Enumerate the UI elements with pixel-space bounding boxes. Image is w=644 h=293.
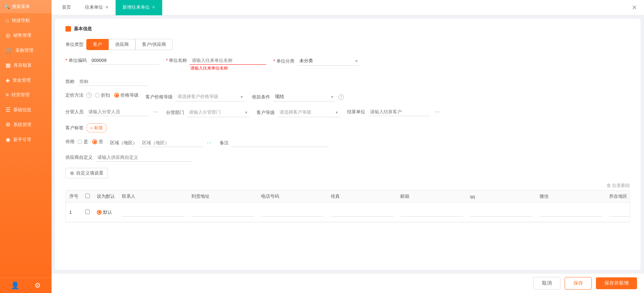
disable-no-radio[interactable]: 否 [92,139,103,145]
sidebar-item-basic[interactable]: ☰ 基础信息 [0,102,52,117]
col-default: 设为默认 [93,190,118,203]
default-radio[interactable]: 默认 [97,209,115,215]
sidebar-item-ops[interactable]: ≡ 经营管理 [0,88,52,102]
col-address: 到货地址 [188,190,258,203]
disable-yes-radio[interactable]: 是 [77,139,88,145]
short-name-input[interactable] [77,78,147,86]
chevron-down-icon2: ▾ [241,94,243,99]
fax-input[interactable] [331,208,393,217]
batch-delete-area[interactable]: 🗑 批量删除 [65,182,630,189]
tab-new-unit[interactable]: 新增往来单位 ✕ [116,0,162,15]
unit-type-supplier[interactable]: 供应商 [109,39,135,50]
tab-new-unit-label: 新增往来单位 [123,4,150,10]
sidebar-item-purchase[interactable]: 🛒 采购管理 [0,43,52,58]
tag-add-label: 标签 [94,125,103,131]
save-new-button[interactable]: 保存并新增 [596,277,637,289]
contact-input[interactable] [122,208,184,217]
table-head: 序号 设为默认 联系人 到货地址 电话号码 传真 邮箱 qq 微信 所在地区 操… [66,190,630,203]
phone-input[interactable] [261,208,324,217]
pricing-level-radio[interactable]: 价格等级 [114,92,139,98]
form-row-supplier-custom: 供应商自定义 [65,153,630,162]
customer-price-level-placeholder: 请选择客户价格等级 [178,93,218,100]
wechat-input[interactable] [540,208,602,217]
form-row-manager: 分管人员 ··· 分管部门 请输入分管部门 ▾ 客户等级 请选择客户等级 ▾ 结… [65,108,630,117]
payment-terms-group: 收款条件 现结 ▾ ? [252,92,344,101]
sidebar-user-icon[interactable]: 👤 [11,281,19,290]
customer-price-level-select[interactable]: 请选择客户价格等级 ▾ [175,92,245,101]
disable-no-label: 否 [99,139,103,145]
unit-name-label: 单位名称 [166,57,187,64]
sidebar-item-sales[interactable]: ◎ 销售管理 [0,28,52,43]
region-input[interactable] [140,139,203,147]
plus-icon: + [90,125,93,131]
table-row: 1 默认 [66,203,630,222]
manager-ellipsis[interactable]: ··· [152,109,159,115]
settlement-unit-input[interactable] [368,108,431,116]
sidebar-item-guide[interactable]: ◉ 新手引导 [0,132,52,147]
unit-name-input[interactable] [190,56,266,65]
payment-terms-help-icon[interactable]: ? [338,94,344,100]
department-select[interactable]: 请输入分管部门 ▾ [187,108,250,117]
customer-level-select[interactable]: 请选择客户等级 ▾ [277,108,340,117]
unit-code-group: 单位编码 [65,56,159,65]
sidebar-item-label: 基础信息 [13,107,31,113]
supplier-custom-input[interactable] [95,153,193,162]
tab-unit-list-label: 往来单位 [85,4,103,10]
unit-type-customer[interactable]: 客户 [86,39,109,50]
select-all-checkbox[interactable] [85,194,90,198]
manager-input[interactable] [86,108,149,116]
add-tag-button[interactable]: + 标签 [86,123,107,132]
sidebar-item-quick-nav[interactable]: ⌂ 快捷导航 [0,13,52,28]
manager-group: 分管人员 ··· [65,108,159,116]
tab-new-unit-close[interactable]: ✕ [152,5,155,10]
unit-type-buttons: 客户 供应商 客户/供应商 [86,39,173,50]
pricing-discount-radio[interactable]: 折扣 [95,92,110,98]
settlement-unit-label: 结算单位 [347,109,365,115]
custom-settings-button[interactable]: ⚙ 自定义项设置 [65,168,108,178]
qq-input[interactable] [470,208,533,217]
unit-code-input[interactable] [89,56,159,65]
region-ellipsis[interactable]: ··· [205,140,213,146]
unit-category-value: 未分类 [299,58,313,64]
department-group: 分管部门 请输入分管部门 ▾ [166,108,250,117]
cell-qq [466,203,536,222]
sidebar-item-inventory[interactable]: ▦ 库存核算 [0,58,52,73]
tab-home-label: 首页 [62,4,71,10]
customer-level-group: 客户等级 请选择客户等级 ▾ [257,108,340,117]
cell-default: 默认 [93,203,118,222]
save-button[interactable]: 保存 [565,277,592,290]
unit-type-both[interactable]: 客户/供应商 [135,39,173,50]
tab-unit-list-close[interactable]: ✕ [105,5,109,10]
gear-icon: ⚙ [70,171,74,176]
sidebar-item-system[interactable]: ⚙ 系统管理 [0,117,52,132]
sidebar-bottom: 👤 ⚙ [0,277,52,293]
sidebar-item-finance[interactable]: ◈ 资金管理 [0,73,52,88]
batch-delete-label: 批量删除 [612,183,630,188]
tab-home[interactable]: 首页 [55,0,78,15]
pricing-help-icon[interactable]: ? [86,92,92,98]
cancel-button[interactable]: 取消 [533,277,560,290]
supplier-custom-label: 供应商自定义 [65,154,93,161]
address-input[interactable] [191,208,254,217]
manager-label: 分管人员 [65,109,84,115]
default-label: 默认 [103,209,112,215]
region-group: 区域（地区） ··· [110,139,213,147]
email-input[interactable] [400,208,463,217]
row-checkbox[interactable] [85,210,90,214]
sidebar-settings-icon[interactable]: ⚙ [34,281,41,290]
discount-radio-circle [95,93,100,98]
payment-terms-select[interactable]: 现结 ▾ [273,92,336,101]
col-wechat: 微信 [536,190,606,203]
col-contact: 联系人 [118,190,188,203]
sidebar-item-label: 资金管理 [13,77,31,83]
unit-category-select[interactable]: 未分类 ▾ [297,56,360,66]
basic-icon: ☰ [6,106,10,113]
region-row-input[interactable] [609,208,630,217]
settlement-ellipsis[interactable]: ··· [433,109,441,115]
disable-group: 停用 是 否 [65,139,103,145]
tab-unit-list[interactable]: 往来单位 ✕ [78,0,116,15]
tab-close-all[interactable]: ✕ [628,4,641,11]
remark-input[interactable] [231,139,329,147]
sidebar-search[interactable]: 🔍 搜索菜单 [0,0,52,13]
sidebar-item-label: 销售管理 [13,32,31,39]
